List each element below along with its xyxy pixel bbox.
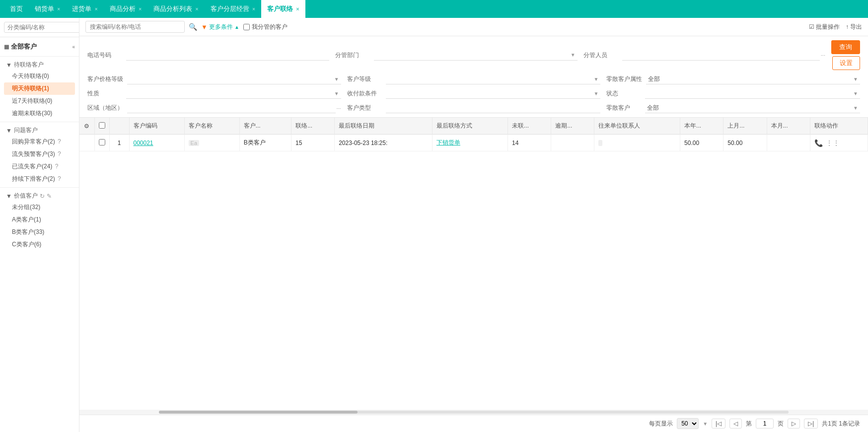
status-field: 状态 ▼ [606,88,860,99]
col-unit-contact-header[interactable]: 往来单位联系人 [594,118,680,135]
contact-method-link[interactable]: 下销货单 [436,139,460,146]
col-type-header[interactable]: 客户... [239,118,291,135]
my-customers-checkbox-label[interactable]: 我分管的客户 [243,23,288,31]
my-customers-checkbox[interactable] [243,24,250,30]
scrollbar-track[interactable] [159,411,789,414]
dept-label: 分管部门 [335,51,370,60]
retail-attr-select[interactable]: 全部 [648,75,858,82]
scrollbar-thumb[interactable] [159,411,358,414]
sidebar-item-ungroup[interactable]: 未分组(32) [4,201,75,214]
nav-sales-close-icon[interactable]: × [57,6,60,12]
region-ellipsis-icon[interactable]: ··· [337,105,341,111]
per-page-label: 每页显示 [649,420,673,428]
gender-select[interactable] [128,90,339,97]
row-checkbox[interactable] [99,139,105,145]
nav-sales[interactable]: 销货单 × [29,0,66,18]
sidebar-item-churn-warning[interactable]: 流失预警客户(3) ? [4,148,75,160]
sidebar-item-tomorrow[interactable]: 明天待联络(1) [4,82,75,95]
info-icon-4: ? [58,175,61,182]
col-code-header[interactable]: 客户编码 [129,118,184,135]
col-this-month-header[interactable]: 本月... [767,118,810,135]
row-last-method-cell[interactable]: 下销货单 [432,135,507,151]
col-contact-header[interactable]: 联络... [291,118,334,135]
col-settings-header[interactable]: ⚙ [79,118,94,135]
page-suffix: 页 [778,420,784,428]
customer-code-link[interactable]: 000021 [134,140,153,146]
first-page-button[interactable]: |◁ [712,419,725,429]
customer-level-select[interactable] [388,75,599,82]
row-check-cell[interactable] [94,135,109,151]
select-all-checkbox[interactable] [99,122,105,129]
col-last-contact-method-header[interactable]: 最后联络方式 [432,118,507,135]
dept-select[interactable] [376,52,575,59]
status-select[interactable] [647,90,858,97]
region-input[interactable] [127,103,336,113]
current-page-input[interactable] [756,419,774,429]
arrow-down-icon-3: ▼ [6,193,12,200]
search-input[interactable] [85,21,185,33]
sidebar-item-declining[interactable]: 持续下滑客户(2) ? [4,173,75,185]
nav-customer-tier-close-icon[interactable]: × [252,6,255,12]
prev-page-button[interactable]: ◁ [729,419,742,429]
export-button[interactable]: ↑ 导出 [846,23,862,31]
payment-select[interactable] [388,90,599,97]
person-input[interactable] [622,50,820,61]
last-page-button[interactable]: ▷| [804,419,818,429]
value-customers-group[interactable]: ▼ 价值客户 ↻ ✎ [4,190,75,201]
all-customers-header[interactable]: ▦ 全部客户 « [4,40,75,53]
info-icon-2: ? [58,150,61,157]
nav-customer-contact[interactable]: 客户联络 × [261,0,305,18]
col-last-month-header[interactable]: 上月... [723,118,767,135]
nav-purchase-close-icon[interactable]: × [94,6,97,12]
page-size-select[interactable]: 50 [677,418,699,429]
ellipsis-icon[interactable]: ··· [821,52,825,58]
next-page-button[interactable]: ▷ [788,419,800,429]
col-last-contact-date-header[interactable]: 最后联络日期 [335,118,433,135]
phone-input[interactable] [126,50,329,61]
row-code-cell[interactable]: 000021 [129,135,184,151]
table-footer: 每页显示 50 ▼ |◁ ◁ 第 页 ▷ ▷| 共1页 1条记录 [79,415,868,432]
customer-type-input[interactable] [386,103,601,113]
problem-customers-group[interactable]: ▼ 问题客户 [4,124,75,136]
sidebar-item-churned[interactable]: 已流失客户(24) ? [4,160,75,173]
query-button[interactable]: 查询 [831,40,860,54]
edit-icon[interactable]: ✎ [47,193,52,200]
retail-customer-label: 零散客户 [606,104,641,112]
sidebar-item-overdue[interactable]: 逾期未联络(30) [4,107,75,120]
nav-product-list[interactable]: 商品分析列表 × [147,0,204,18]
refresh-icon[interactable]: ↻ [40,193,45,200]
sidebar-item-b-class[interactable]: B类客户(33) [4,226,75,238]
col-this-year-header[interactable]: 本年... [680,118,723,135]
sidebar-item-today[interactable]: 今天待联络(0) [4,70,75,82]
nav-product-analysis[interactable]: 商品分析 × [104,0,147,18]
row-phone-icon[interactable]: 📞 [814,139,823,147]
sidebar-search-input[interactable] [4,22,79,33]
pending-contact-group[interactable]: ▼ 待联络客户 [4,59,75,70]
col-overdue-header[interactable]: 逾期... [551,118,594,135]
sidebar-item-a-class[interactable]: A类客户(1) [4,214,75,226]
col-no-contact-header[interactable]: 未联... [508,118,551,135]
row-more-icon[interactable]: ⋮⋮ [826,139,840,147]
nav-customer-contact-close-icon[interactable]: × [296,6,299,12]
customers-table: ⚙ 客户编码 客户名称 客户... 联络... [79,118,868,151]
col-name-header[interactable]: 客户名称 [184,118,239,135]
collapse-icon: « [72,44,75,50]
nav-customer-tier[interactable]: 客户分层经营 × [205,0,261,18]
more-conditions-button[interactable]: ▼ 更多条件 ▲ [201,23,239,31]
nav-product-analysis-close-icon[interactable]: × [139,6,142,12]
horizontal-scrollbar[interactable] [79,410,868,415]
col-check-header[interactable] [94,118,109,135]
search-button[interactable]: 🔍 [189,23,197,31]
retail-customer-select[interactable]: 全部 [647,104,858,111]
set-button[interactable]: 设置 [832,56,860,70]
nav-product-list-close-icon[interactable]: × [195,6,198,12]
bulk-ops-button[interactable]: ☑ 批量操作 [809,23,840,31]
price-level-select[interactable] [129,75,339,82]
sidebar-item-week[interactable]: 近7天待联络(0) [4,95,75,107]
row-name-cell[interactable]: Ea [184,135,239,151]
sidebar-item-repurchase[interactable]: 回购异常客户(2) ? [4,136,75,148]
nav-purchase[interactable]: 进货单 × [66,0,103,18]
nav-home[interactable]: 首页 [4,0,29,18]
sidebar-item-c-class[interactable]: C类客户(6) [4,238,75,251]
row-this-month-cell [767,135,810,151]
